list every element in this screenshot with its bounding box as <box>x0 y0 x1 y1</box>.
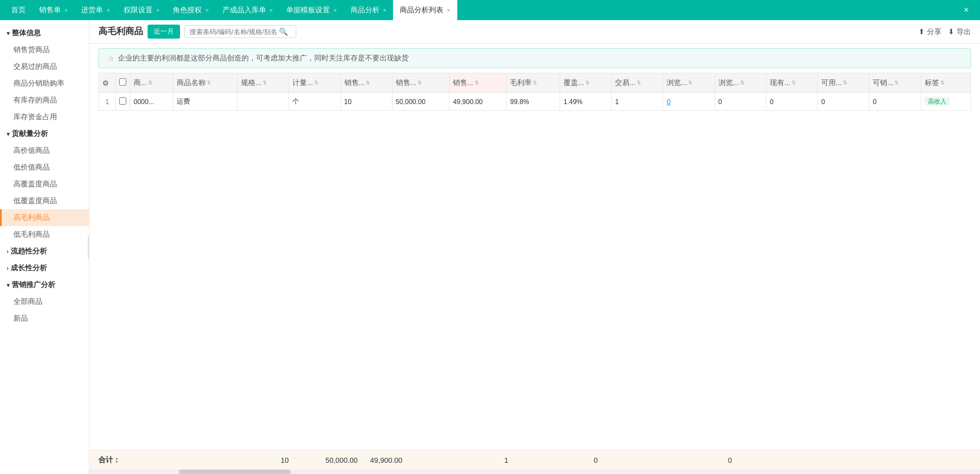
close-product-inbound-icon[interactable]: × <box>269 7 273 13</box>
nav-role-auth[interactable]: 角色授权 × <box>166 0 215 20</box>
col-browse2[interactable]: 浏览...⇅ <box>714 73 766 93</box>
col-name[interactable]: 商品名称⇅ <box>173 73 238 93</box>
sidebar-item-assist-rate[interactable]: 商品分销助购率 <box>0 75 89 92</box>
row-available: 0 <box>818 93 869 111</box>
sort-browse1-icon: ⇅ <box>688 80 693 86</box>
row-transaction: 1 <box>612 93 663 111</box>
sort-current-stock-icon: ⇅ <box>792 80 796 86</box>
sidebar-item-low-coverage[interactable]: 低覆盖度商品 <box>0 193 89 209</box>
arrow-growth-icon: › <box>7 265 8 271</box>
horizontal-scrollbar[interactable] <box>89 470 980 474</box>
sidebar-item-sales-goods[interactable]: 销售货商品 <box>0 41 89 58</box>
row-checkbox[interactable] <box>119 97 126 105</box>
footer-sellable: 0 <box>725 456 769 464</box>
share-button[interactable]: ⬆ 分享 <box>919 27 941 37</box>
sort-sales-qty-icon: ⇅ <box>366 80 370 86</box>
sidebar-item-traded-goods[interactable]: 交易过的商品 <box>0 58 89 75</box>
sidebar-item-low-value[interactable]: 低价值商品 <box>0 159 89 176</box>
col-browse1[interactable]: 浏览...⇅ <box>663 73 714 93</box>
row-browse1[interactable]: 0 <box>663 93 714 111</box>
sort-tag-icon: ⇅ <box>940 80 945 86</box>
col-coverage[interactable]: 覆盖...⇅ <box>560 73 612 93</box>
nav-purchase-order[interactable]: 进货单 × <box>74 0 116 20</box>
col-tag[interactable]: 标签⇅ <box>921 73 970 93</box>
nav-product-analysis[interactable]: 商品分析 × <box>344 0 393 20</box>
col-available[interactable]: 可用...⇅ <box>818 73 869 93</box>
col-sales-profit[interactable]: 销售...⇅ <box>449 73 506 93</box>
export-button[interactable]: ⬇ 导出 <box>948 27 971 37</box>
col-sellable[interactable]: 可销...⇅ <box>869 73 921 93</box>
row-checkbox-cell[interactable] <box>116 93 130 111</box>
search-input[interactable] <box>190 28 279 36</box>
footer-transaction: 1 <box>501 456 546 464</box>
row-browse2: 0 <box>714 93 766 111</box>
sort-sales-profit-icon: ⇅ <box>475 80 479 86</box>
nav-product-inbound[interactable]: 产成品入库单 × <box>216 0 280 20</box>
col-sales-amount[interactable]: 销售...⇅ <box>392 73 449 93</box>
sidebar: « ▾ 整体信息 销售货商品 交易过的商品 商品分销助购率 有库存的商品 库存资… <box>0 20 89 474</box>
sidebar-item-high-margin[interactable]: 高毛利商品 <box>0 209 89 226</box>
close-role-auth-icon[interactable]: × <box>205 7 209 13</box>
sort-spec-icon: ⇅ <box>263 80 267 86</box>
info-banner: ☆ 企业的主要的利润都是这部分商品创造的，可考虑加大推广，同时关注库存是不要出现… <box>98 48 971 68</box>
sidebar-item-in-stock[interactable]: 有库存的商品 <box>0 92 89 109</box>
sidebar-group-trend[interactable]: › 流趋性分析 <box>0 243 89 260</box>
row-current-stock: 0 <box>766 93 817 111</box>
col-sales-qty[interactable]: 销售...⇅ <box>340 73 392 93</box>
close-purchase-order-icon[interactable]: × <box>106 7 110 13</box>
col-unit[interactable]: 计量...⇅ <box>289 73 340 93</box>
close-permission-icon[interactable]: × <box>156 7 159 13</box>
sidebar-item-all-goods[interactable]: 全部商品 <box>0 293 89 310</box>
content-area: 高毛利商品 近一月 🔍 ⬆ 分享 ⬇ 导出 ☆ 企业的主要的利润都是这部分 <box>89 20 980 474</box>
nav-product-analysis-list[interactable]: 商品分析列表 × <box>393 0 457 20</box>
nav-sales-order[interactable]: 销售单 × <box>32 0 74 20</box>
page-title: 高毛利商品 <box>98 26 143 37</box>
nav-home[interactable]: 首页 <box>4 0 32 20</box>
scrollbar-thumb[interactable] <box>179 470 291 474</box>
filter-recent-month-button[interactable]: 近一月 <box>148 25 180 39</box>
select-all-checkbox[interactable] <box>119 78 126 86</box>
row-sales-profit: 49,900.00 <box>449 93 506 111</box>
header-actions: ⬆ 分享 ⬇ 导出 <box>919 27 971 37</box>
sidebar-collapse-button[interactable]: « <box>88 236 89 259</box>
col-code[interactable]: 商...⇅ <box>130 73 173 93</box>
close-product-analysis-icon[interactable]: × <box>383 7 386 13</box>
table-wrapper: ⚙ 商...⇅ 商品名称⇅ 规格...⇅ 计量...⇅ 销售...⇅ 销售...… <box>89 73 980 450</box>
sort-transaction-icon: ⇅ <box>637 80 641 86</box>
footer-available <box>680 456 725 464</box>
sidebar-group-contribution[interactable]: ▾ 贡献量分析 <box>0 125 89 142</box>
sidebar-item-high-value[interactable]: 高价值商品 <box>0 142 89 159</box>
sort-available-icon: ⇅ <box>843 80 848 86</box>
col-gross-margin[interactable]: 毛利率⇅ <box>506 73 560 93</box>
sidebar-group-marketing[interactable]: ▾ 营销推广分析 <box>0 276 89 293</box>
close-product-analysis-list-icon[interactable]: × <box>447 7 450 13</box>
nav-permission-settings[interactable]: 权限设置 × <box>117 0 166 20</box>
footer-current-stock <box>635 456 680 464</box>
top-navigation: 首页 销售单 × 进货单 × 权限设置 × 角色授权 × 产成品入库单 × 单据… <box>0 0 980 20</box>
close-sales-order-icon[interactable]: × <box>64 7 68 13</box>
col-transaction[interactable]: 交易...⇅ <box>612 73 663 93</box>
content-header: 高毛利商品 近一月 🔍 ⬆ 分享 ⬇ 导出 <box>89 20 980 44</box>
export-icon: ⬇ <box>948 27 954 36</box>
search-box[interactable]: 🔍 <box>184 25 296 38</box>
nav-template-settings[interactable]: 单据模板设置 × <box>280 0 343 20</box>
sidebar-item-new-products[interactable]: 新品 <box>0 310 89 327</box>
table-footer: 合计： 10 50,000.00 49,900.00 1 0 0 <box>89 450 980 470</box>
col-spec[interactable]: 规格...⇅ <box>238 73 289 93</box>
col-checkbox[interactable] <box>116 73 130 93</box>
sidebar-item-stock-capital[interactable]: 库存资金占用 <box>0 109 89 125</box>
sidebar-item-low-margin[interactable]: 低毛利商品 <box>0 226 89 243</box>
sidebar-group-growth[interactable]: › 成长性分析 <box>0 260 89 276</box>
search-icon[interactable]: 🔍 <box>279 27 288 36</box>
close-template-icon[interactable]: × <box>333 7 337 13</box>
window-close-button[interactable]: × <box>957 5 976 15</box>
product-table: ⚙ 商...⇅ 商品名称⇅ 规格...⇅ 计量...⇅ 销售...⇅ 销售...… <box>98 73 971 111</box>
col-current-stock[interactable]: 现有...⇅ <box>766 73 817 93</box>
sidebar-group-overall[interactable]: ▾ 整体信息 <box>0 25 89 41</box>
table-row: 1 0000... 运费 个 10 50,000.00 49,900.00 99… <box>99 93 971 111</box>
footer-columns: 10 50,000.00 49,900.00 1 0 0 <box>143 456 971 464</box>
row-unit: 个 <box>289 93 340 111</box>
col-settings[interactable]: ⚙ <box>99 73 116 93</box>
sidebar-item-high-coverage[interactable]: 高覆盖度商品 <box>0 176 89 193</box>
sort-sellable-icon: ⇅ <box>894 80 899 86</box>
